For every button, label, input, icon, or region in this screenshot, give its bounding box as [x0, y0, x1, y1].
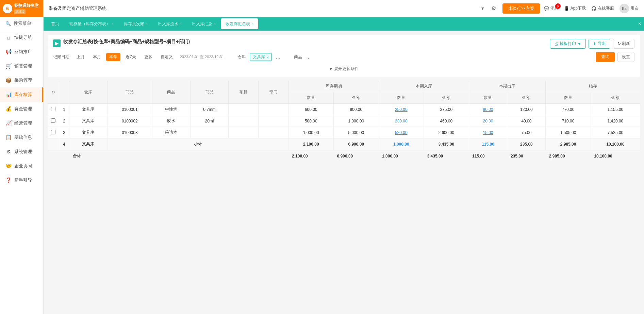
row-out-qty-2[interactable]: 15.00	[469, 127, 507, 138]
tab-home[interactable]: 首页	[46, 18, 64, 29]
sidebar: 6 畅捷通好生意 标准版 🔍 搜索菜单 ⌂ 快捷导航 📢 营销推广 🛒 销售管理…	[0, 0, 44, 314]
tab-close-inout-flow[interactable]: ×	[180, 22, 182, 26]
row-checkbox-0[interactable]	[48, 104, 59, 115]
experience-btn[interactable]: 体验行业方案	[502, 3, 540, 14]
row-no-1: 2	[59, 115, 69, 127]
row-spec-0: 0.7mm	[190, 104, 229, 115]
date-btn-custom[interactable]: 自定义	[158, 53, 176, 61]
tab-inventory-dist[interactable]: 现存量（库存分布表） ×	[65, 18, 118, 29]
export-btn[interactable]: ⬆ 导出	[589, 39, 610, 49]
tab-bar: 首页 现存量（库存分布表） × 库存批次账 × 出入库流水 × 出入库汇总 × …	[44, 17, 644, 31]
tab-inout-flow[interactable]: 出入库流水 ×	[153, 18, 186, 29]
topbar-actions: 💬 消息 6 📱 App下载 🎧 在线客服 Ea 用友	[544, 4, 639, 13]
tab-inout-summary[interactable]: 出入库汇总 ×	[187, 18, 220, 29]
basic-info-icon: 📋	[5, 134, 12, 141]
total-in-qty: 1,000.00	[379, 150, 424, 162]
sidebar-item-guide[interactable]: ❓ 新手引导	[0, 173, 43, 187]
search-menu[interactable]: 🔍 搜索菜单	[0, 17, 43, 30]
date-btn-last-month[interactable]: 上月	[73, 53, 88, 61]
row-out-qty-1[interactable]: 20.00	[469, 115, 507, 127]
sidebar-item-marketing[interactable]: 📢 营销推广	[0, 45, 43, 59]
date-btn-7days[interactable]: 近7天	[122, 53, 139, 61]
message-action[interactable]: 💬 消息 6	[544, 5, 559, 11]
sidebar-item-operations[interactable]: 📈 经营管理	[0, 116, 43, 130]
total-row: 合计 2,100.00 6,900.00 1,000.00 3,435.00 1…	[48, 150, 640, 162]
tab-recv-send-summary[interactable]: 收发存汇总表 ×	[221, 18, 258, 29]
col-open-qty: 数量	[288, 92, 334, 104]
refresh-icon: ↻	[617, 41, 621, 46]
query-btn[interactable]: 查询	[596, 52, 615, 62]
tab-batch-ledger[interactable]: 库存批次账 ×	[119, 18, 152, 29]
app-download-action[interactable]: 📱 App下载	[564, 5, 586, 11]
sidebar-item-system[interactable]: ⚙ 系统管理	[0, 145, 43, 159]
row-in-qty-1[interactable]: 230.00	[379, 115, 424, 127]
row-no-2: 3	[59, 127, 69, 138]
settings-filter-btn[interactable]: 设置	[617, 52, 634, 62]
row-code-2: 0100003	[107, 127, 152, 138]
row-open-qty-2: 1,000.00	[288, 127, 334, 138]
col-group-balance: 结存	[546, 81, 640, 92]
sidebar-item-sales[interactable]: 🛒 销售管理	[0, 59, 43, 73]
export-icon: ⬆	[593, 42, 596, 46]
close-all-tabs[interactable]: ×	[638, 21, 641, 27]
total-out-qty: 115.00	[469, 150, 507, 162]
sidebar-item-enterprise[interactable]: 🤝 企业协同	[0, 159, 43, 173]
table-row: 1 文具库 0100001 中性笔 0.7mm 600.00 900.00 25…	[48, 104, 640, 115]
table-row: 3 文具库 0100003 采访本 1,000.00 5,000.00 520.…	[48, 127, 640, 138]
online-service-action[interactable]: 🎧 在线客服	[591, 5, 614, 11]
row-name-2: 采访本	[152, 127, 191, 138]
table-settings-icon[interactable]: ⚙	[51, 90, 55, 95]
warehouse-more[interactable]: ...	[276, 54, 280, 60]
row-out-qty-0[interactable]: 80.00	[469, 104, 507, 115]
date-btn-more[interactable]: 更多	[141, 53, 155, 61]
row-in-qty-2[interactable]: 520.00	[379, 127, 424, 138]
sales-icon: 🛒	[5, 63, 12, 69]
sidebar-item-basic-info[interactable]: 📋 基础信息	[0, 130, 43, 145]
row-in-qty-0[interactable]: 250.00	[379, 104, 424, 115]
collapse-arrow-btn[interactable]: ▶	[53, 39, 61, 47]
date-btn-this-month[interactable]: 本月	[90, 53, 104, 61]
goods-more[interactable]: ...	[306, 54, 311, 60]
tab-close-inventory-dist[interactable]: ×	[112, 22, 114, 26]
col-spec-header: 商品	[190, 81, 229, 104]
goods-label: 商品	[294, 54, 302, 60]
topbar: 装备及固定资产辅助管理系统 ▼ ⚙ 体验行业方案 💬 消息 6 📱 App下载 …	[44, 0, 644, 17]
sidebar-item-purchase[interactable]: 📦 采购管理	[0, 73, 43, 87]
row-bal-qty-2: 1,505.00	[546, 127, 591, 138]
warehouse-tag-close[interactable]: ×	[266, 55, 268, 59]
col-no-header	[59, 81, 69, 104]
total-out-amt: 235.00	[507, 150, 546, 162]
sidebar-item-finance[interactable]: 💰 资金管理	[0, 102, 43, 116]
print-btn[interactable]: 🖨 模板打印 ▼	[550, 39, 586, 49]
row-project-1	[229, 115, 259, 127]
tab-close-batch-ledger[interactable]: ×	[146, 22, 148, 26]
headset-icon: 🎧	[591, 6, 596, 11]
total-bal-amt: 10,100.00	[591, 150, 640, 162]
row-dept-2	[259, 127, 288, 138]
sidebar-item-inventory[interactable]: 📊 库存核算	[0, 87, 43, 102]
warehouse-tag: 文具库 ×	[250, 53, 271, 61]
row-open-amt-1: 1,000.00	[334, 115, 379, 127]
tab-close-recv-send-summary[interactable]: ×	[251, 22, 253, 26]
col-warehouse-header: 仓库	[69, 81, 108, 104]
col-settings-header[interactable]: ⚙	[48, 81, 59, 104]
row-name-0: 中性笔	[152, 104, 191, 115]
data-table: ⚙ 仓库 商品 商品 商品 项目 部门 库存期初 本期入库 本期出库 结存	[48, 81, 640, 162]
expand-conditions-btn[interactable]: ▼ 展开更多条件	[329, 66, 359, 72]
sidebar-item-quick-nav[interactable]: ⌂ 快捷导航	[0, 30, 43, 45]
table-row: 2 文具库 0100002 胶水 20ml 500.00 1,000.00 23…	[48, 115, 640, 127]
total-bal-qty: 2,985.00	[546, 150, 591, 162]
row-checkbox-1[interactable]	[48, 115, 59, 127]
system-dropdown[interactable]: ▼	[481, 6, 485, 11]
tab-close-inout-summary[interactable]: ×	[214, 22, 216, 26]
date-btn-this-year[interactable]: 本年	[106, 53, 120, 61]
finance-icon: 💰	[5, 106, 12, 112]
col-in-qty: 数量	[379, 92, 424, 104]
page-title: 收发存汇总表(按仓库+商品编码+商品+规格型号+项目+部门)	[63, 39, 190, 45]
refresh-btn[interactable]: ↻ 刷新	[613, 39, 634, 49]
row-warehouse-2: 文具库	[69, 127, 108, 138]
gear-button[interactable]: ⚙	[489, 4, 498, 13]
system-icon: ⚙	[5, 149, 12, 155]
row-checkbox-2[interactable]	[48, 127, 59, 138]
user-action[interactable]: Ea 用友	[620, 4, 639, 13]
